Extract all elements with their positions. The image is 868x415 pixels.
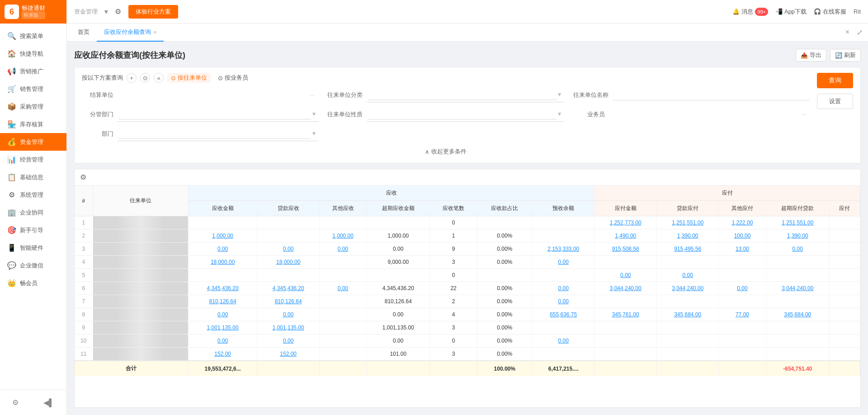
scheme-collapse-button[interactable]: « <box>154 73 164 83</box>
search-menu-icon: 🔍 <box>7 32 16 40</box>
app-logo-icon: 6 <box>5 5 19 19</box>
inventory-icon: 🏪 <box>7 120 16 129</box>
collapse-filter-button[interactable]: ∧ 收起更多条件 <box>82 146 810 157</box>
app-brand-name: 畅捷通财 <box>22 5 45 12</box>
scheme-settings-button[interactable]: ⊙ <box>140 73 150 83</box>
partner-nature-dropdown-icon: ▼ <box>557 111 562 117</box>
th-ar-amount: 应收金额 <box>188 201 257 216</box>
main-area: 首页 应收应付余额查询 × × ⤢ 应收应付余额查询(按往来单位) 📤 导出 🔄… <box>67 24 868 415</box>
sidebar-item-label: 智能硬件 <box>20 244 43 252</box>
export-icon: 📤 <box>801 52 808 59</box>
notification-button[interactable]: 🔔 消息 99+ <box>732 8 768 16</box>
page-header-actions: 📤 导出 🔄 刷新 <box>796 49 861 62</box>
th-ar-pct: 应收款占比 <box>477 201 532 216</box>
sidebar-item-sales[interactable]: 🛒 销售管理 <box>0 80 66 98</box>
app-download-button[interactable]: 📲 App下载 <box>775 8 807 16</box>
sidebar-item-basic-info[interactable]: 📋 基础信息 <box>0 168 66 186</box>
partner-category-input[interactable] <box>368 89 557 100</box>
refresh-button[interactable]: 🔄 刷新 <box>830 49 861 62</box>
table-container: ⚙ # 往来单位 应收 应付 应收金额 贷款应收 <box>74 169 861 408</box>
row-index: 11 <box>75 348 93 361</box>
dept-input[interactable] <box>119 109 311 119</box>
sidebar-item-label: 经营管理 <box>20 156 43 164</box>
page-title: 应收应付余额查询(按往来单位) <box>74 50 185 61</box>
member-icon: 👑 <box>7 279 16 287</box>
sidebar-item-label: 企业协同 <box>20 209 43 217</box>
export-button[interactable]: 📤 导出 <box>796 49 826 62</box>
sidebar: 6 畅捷通财 标准版 🔍 搜索菜单 🏠 快捷导航 📢 营销推广 🛒 销售管理 📦… <box>0 0 67 415</box>
sidebar-item-label: 采购管理 <box>20 103 43 111</box>
row-index: 10 <box>75 334 93 348</box>
marketing-icon: 📢 <box>7 67 16 76</box>
sidebar-item-guide[interactable]: 🎯 新手引导 <box>0 221 66 239</box>
table-row: 7██████810,126.64810,126.64810,126.6420.… <box>75 295 860 308</box>
filter-scheme-row: 按以下方案查询 + ⊙ « ⊙ 按往来单位 ⊙ 按业务员 <box>82 73 810 83</box>
guide-icon: 🎯 <box>7 226 16 234</box>
sidebar-item-label: 系统管理 <box>20 191 43 199</box>
sidebar-item-enterprise[interactable]: 🏢 企业协同 <box>0 204 66 221</box>
filter-area: 按以下方案查询 + ⊙ « ⊙ 按往来单位 ⊙ 按业务员 <box>74 67 861 163</box>
service-icon: 🎧 <box>814 8 821 15</box>
sidebar-item-system[interactable]: ⚙ 系统管理 <box>0 186 66 204</box>
department-input[interactable] <box>119 128 311 139</box>
data-table[interactable]: # 往来单位 应收 应付 应收金额 贷款应收 其他应收 超期应收金额 应收笔数 <box>75 186 860 407</box>
filter-settings-button[interactable]: 设置 <box>817 94 853 109</box>
query-button[interactable]: 查询 <box>817 73 853 88</box>
th-index: # <box>75 186 93 216</box>
th-ap-amount: 应付金额 <box>594 201 657 216</box>
app-edition: 标准版 <box>22 11 45 19</box>
th-overdue-ap: 超期应付贷款 <box>766 201 829 216</box>
scheme-by-salesperson[interactable]: ⊙ 按业务员 <box>214 73 252 83</box>
dept-select[interactable]: ▼ <box>117 107 318 122</box>
sidebar-item-label: 畅会员 <box>20 279 38 287</box>
th-receivable-group: 应收 <box>188 186 594 201</box>
sidebar-item-member[interactable]: 👑 畅会员 <box>0 274 66 292</box>
th-loan-ap: 贷款应付 <box>656 201 719 216</box>
partner-nature-select[interactable]: ▼ <box>366 107 564 122</box>
sidebar-item-marketing[interactable]: 📢 营销推广 <box>0 62 66 80</box>
sidebar-item-label: 快捷导航 <box>20 50 43 58</box>
refresh-label: 刷新 <box>844 51 856 59</box>
nav-dropdown-button[interactable]: ▼ <box>103 8 109 15</box>
sidebar-item-smart-hw[interactable]: 📱 智能硬件 <box>0 239 66 257</box>
sidebar-item-purchase[interactable]: 📦 采购管理 <box>0 98 66 115</box>
sidebar-item-label: 库存核算 <box>20 120 43 129</box>
window-close-button[interactable]: × <box>844 26 851 38</box>
partner-category-select[interactable]: ▼ <box>366 87 564 102</box>
filter-row-salesperson: 业务员 ··· <box>573 107 810 122</box>
header-gear-icon[interactable]: ⚙ <box>115 7 121 16</box>
tab-home[interactable]: 首页 <box>71 24 97 42</box>
partner-name-label: 往来单位名称 <box>573 91 609 99</box>
row-index: 8 <box>75 308 93 321</box>
table-row: 9██████1,001,135.001,001,135.001,001,135… <box>75 321 860 334</box>
partner-name-input[interactable] <box>612 90 810 100</box>
scheme-by-partner[interactable]: ⊙ 按往来单位 <box>167 73 211 83</box>
tab-ar-ap-query[interactable]: 应收应付余额查询 × <box>97 24 164 42</box>
sidebar-item-weixin[interactable]: 💬 企业微信 <box>0 257 66 274</box>
salesperson-input[interactable]: ··· <box>609 111 810 118</box>
sidebar-settings-button[interactable]: ⚙ <box>5 395 26 410</box>
sidebar-item-inventory[interactable]: 🏪 库存核算 <box>0 115 66 133</box>
trial-button[interactable]: 体验行业方案 <box>128 5 178 19</box>
basic-info-icon: 📋 <box>7 173 16 181</box>
department-label: 部门 <box>82 130 113 138</box>
export-label: 导出 <box>810 51 821 59</box>
sidebar-collapse-button[interactable]: ◀▌ <box>36 395 61 410</box>
tab-close-icon[interactable]: × <box>154 29 156 35</box>
online-service-button[interactable]: 🎧 在线客服 <box>814 8 846 16</box>
window-expand-button[interactable]: ⤢ <box>855 26 864 38</box>
sidebar-item-quick-nav[interactable]: 🏠 快捷导航 <box>0 45 66 62</box>
user-menu-button[interactable]: Rit <box>854 8 861 15</box>
partner-nature-input[interactable] <box>368 109 557 119</box>
table-settings-icon[interactable]: ⚙ <box>80 173 86 181</box>
enterprise-icon: 🏢 <box>7 208 16 217</box>
settlement-input[interactable]: ··· <box>117 91 318 98</box>
dept-label: 分管部门 <box>82 110 113 119</box>
page-header: 应收应付余额查询(按往来单位) 📤 导出 🔄 刷新 <box>74 49 861 62</box>
sidebar-item-finance[interactable]: 💰 资金管理 <box>0 133 66 151</box>
sidebar-item-search-menu[interactable]: 🔍 搜索菜单 <box>0 27 66 45</box>
app-download-label: App下载 <box>784 8 807 16</box>
sidebar-item-operations[interactable]: 📊 经营管理 <box>0 151 66 168</box>
department-select[interactable]: ▼ <box>117 126 318 141</box>
add-scheme-button[interactable]: + <box>127 73 137 83</box>
